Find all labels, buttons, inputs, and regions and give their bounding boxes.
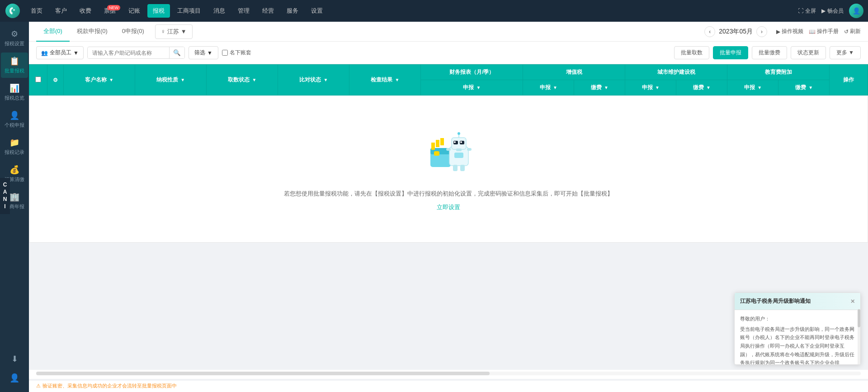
settlement-icon: 💰	[9, 165, 19, 175]
annual-report-icon: 🏢	[9, 192, 19, 202]
chevron-left-icon: ‹	[709, 28, 711, 35]
batch-fetch-button[interactable]: 批量取数	[674, 46, 709, 59]
search-input[interactable]	[88, 48, 169, 58]
employee-select[interactable]: 👥 全部员工 ▼	[36, 46, 84, 59]
svg-point-12	[454, 141, 456, 143]
select-all-checkbox[interactable]	[35, 76, 41, 82]
region-flag-icon: ♀	[161, 28, 165, 35]
header-compare-status: 比对状态 ▼	[278, 65, 349, 96]
sidebar-item-download[interactable]: ⬇	[1, 350, 28, 368]
operation-manual-link[interactable]: 📖 操作手册	[809, 28, 839, 35]
book-icon: 📖	[809, 29, 816, 35]
sub-header-city-declare: 申报 ▼	[625, 80, 676, 96]
notification-close-button[interactable]: ✕	[850, 298, 855, 305]
robot-svg	[421, 126, 476, 181]
setup-link[interactable]: 立即设置	[437, 203, 460, 211]
notification-scrollbar[interactable]	[858, 309, 860, 364]
more-button[interactable]: 更多 ▼	[830, 46, 861, 59]
region-selector[interactable]: ♀ 江苏 ▼	[155, 24, 193, 39]
nav-home[interactable]: 首页	[25, 4, 48, 18]
sidebar-item-tax-records[interactable]: 📁 报税记录	[1, 134, 28, 159]
empty-message: 若您想使用批量报税功能，请先在【报税设置】中进行报税的初始化设置，完成密码验证和…	[284, 190, 613, 198]
personal-tax-icon: 👤	[9, 110, 19, 120]
video-icon: ▶	[776, 29, 780, 35]
fullscreen-icon: ⛶	[798, 8, 803, 14]
svg-rect-20	[460, 165, 465, 171]
sub-header-edu-pay: 缴费 ▼	[778, 80, 830, 96]
sidebar-item-batch-tax[interactable]: 📋 批量报税	[1, 53, 28, 78]
tab-all[interactable]: 全部(0)	[36, 22, 70, 42]
sidebar-item-personal-tax[interactable]: 👤 个税申报	[1, 107, 28, 132]
data-table: ⚙ 客户名称 ▼ 纳税性质 ▼ 取数状态 ▼	[29, 64, 868, 243]
header-gear[interactable]: ⚙	[47, 65, 64, 96]
header-checkbox	[29, 65, 47, 96]
next-month-button[interactable]: ›	[756, 26, 767, 37]
svg-rect-3	[434, 151, 439, 156]
tabs-bar: 全部(0) 税款申报(0) 0申报(0) ♀ 江苏 ▼ ‹ 2023年05月 ›	[29, 22, 868, 42]
nav-accounting[interactable]: 记账	[123, 4, 146, 18]
nav-settings[interactable]: 设置	[306, 4, 328, 18]
header-tax-nature: 纳税性质 ▼	[135, 65, 207, 96]
header-vat: 增值税	[523, 65, 625, 80]
batch-pay-button[interactable]: 批量缴费	[752, 46, 787, 59]
operation-video-link[interactable]: ▶ 操作视频	[776, 28, 803, 35]
nav-invoice[interactable]: 票据 NEW	[99, 4, 121, 18]
sub-account-checkbox[interactable]	[222, 50, 228, 56]
nav-message[interactable]: 消息	[208, 4, 231, 18]
member-button[interactable]: ▶ 畅会员	[821, 7, 844, 15]
sidebar-item-tax-overview[interactable]: 📊 报税总览	[1, 80, 28, 105]
header-check-result: 检查结果 ▼	[349, 65, 421, 96]
gear-icon: ⚙	[53, 77, 58, 83]
region-name: 江苏	[167, 28, 179, 36]
prev-month-button[interactable]: ‹	[704, 26, 715, 37]
tax-settings-icon: ⚙	[11, 29, 18, 39]
select-chevron-icon: ▼	[73, 50, 79, 56]
batch-declare-button[interactable]: 批量申报	[713, 46, 748, 59]
sidebar-item-profile[interactable]: 👤	[1, 369, 28, 387]
empty-state: 若您想使用批量报税功能，请先在【报税设置】中进行报税的初始化设置，完成密码验证和…	[34, 99, 863, 239]
notification-panel: 江苏电子税务局升级影响通知 ✕ 尊敬的用户： 受当前电子税务局进一步升级的影响，…	[734, 292, 861, 365]
logo-icon	[5, 4, 20, 18]
refresh-button[interactable]: ↺ 刷新	[844, 28, 861, 35]
robot-illustration	[421, 126, 476, 181]
member-icon: ▶	[821, 8, 826, 14]
nav-service[interactable]: 服务	[281, 4, 304, 18]
tab-tax-declare[interactable]: 税款申报(0)	[70, 22, 115, 42]
tab-zero-declare[interactable]: 0申报(0)	[115, 22, 151, 42]
avatar[interactable]: 👤	[849, 4, 863, 18]
cani-badge[interactable]: CANI	[0, 178, 10, 214]
fullscreen-button[interactable]: ⛶ 全屏	[798, 7, 816, 15]
header-education-surcharge: 教育费附加	[727, 65, 830, 80]
header-fetch-status: 取数状态 ▼	[207, 65, 278, 96]
notification-scroll-thumb	[858, 309, 860, 327]
filter-button[interactable]: 筛选 ▼	[189, 46, 218, 59]
svg-rect-5	[436, 140, 439, 147]
sidebar-bottom: ⬇ 👤	[1, 350, 28, 392]
sort-icon: ▼	[252, 77, 256, 82]
nav-customer[interactable]: 客户	[50, 4, 72, 18]
sort-icon: ▼	[323, 77, 328, 82]
header-operation: 操作	[830, 65, 868, 96]
nav-business[interactable]: 工商项目	[172, 4, 206, 18]
svg-rect-16	[456, 148, 462, 151]
filter-bar: 👥 全部员工 ▼ 🔍 筛选 ▼ 名下账套 批量取数 批量申报 批	[29, 42, 868, 64]
batch-tax-icon: 📋	[9, 56, 19, 66]
svg-point-13	[460, 141, 462, 143]
status-update-button[interactable]: 状态更新	[791, 46, 826, 59]
nav-tax[interactable]: 报税	[147, 4, 170, 18]
right-buttons: 批量取数 批量申报 批量缴费 状态更新 更多 ▼	[674, 46, 861, 59]
nav-operations[interactable]: 经营	[257, 4, 279, 18]
sidebar-item-tax-settings[interactable]: ⚙ 报税设置	[1, 25, 28, 51]
sub-account-checkbox-label[interactable]: 名下账套	[222, 49, 251, 57]
sort-icon: ▼	[395, 77, 400, 82]
search-icon: 🔍	[173, 49, 181, 56]
sort-icon: ▼	[109, 77, 113, 82]
more-chevron-icon: ▼	[849, 49, 854, 56]
search-button[interactable]: 🔍	[169, 47, 184, 58]
nav-management[interactable]: 管理	[232, 4, 255, 18]
sub-header-vat-declare: 申报 ▼	[523, 80, 574, 96]
nav-items: 首页 客户 收费 票据 NEW 记账 报税 工商项目 消息 管理 经营 服务 设…	[25, 4, 798, 18]
sort-icon: ▼	[180, 77, 185, 82]
svg-rect-21	[454, 153, 463, 158]
nav-billing[interactable]: 收费	[74, 4, 97, 18]
